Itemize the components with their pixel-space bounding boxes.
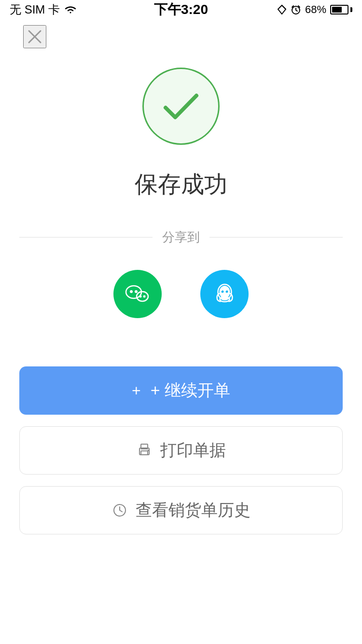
print-label: 打印单据 <box>160 439 226 462</box>
svg-rect-16 <box>221 297 228 299</box>
share-section: 分享到 <box>0 229 362 347</box>
continue-button[interactable]: + + 继续开单 <box>19 366 343 415</box>
svg-point-14 <box>225 290 226 291</box>
battery-icon <box>330 5 352 14</box>
carrier-text: 无 SIM 卡 <box>10 2 60 17</box>
action-buttons: + + 继续开单 打印单据 查看销货单历史 <box>0 366 362 534</box>
qq-share-button[interactable] <box>200 270 249 318</box>
print-button[interactable]: 打印单据 <box>19 426 343 475</box>
svg-rect-19 <box>141 451 148 455</box>
svg-point-5 <box>135 290 138 293</box>
share-divider: 分享到 <box>19 229 343 246</box>
wechat-share-button[interactable] <box>113 270 162 318</box>
continue-label: + 继续开单 <box>149 379 230 402</box>
wifi-icon <box>64 5 77 14</box>
checkmark-svg <box>162 91 200 122</box>
continue-icon: + <box>132 382 141 400</box>
svg-point-8 <box>143 295 146 298</box>
status-right: 68% <box>277 3 352 16</box>
svg-point-13 <box>221 290 222 291</box>
divider-left <box>19 237 153 238</box>
qq-icon <box>211 281 238 308</box>
svg-point-20 <box>148 450 149 451</box>
alarm-icon <box>291 4 301 15</box>
close-button[interactable] <box>23 25 46 48</box>
print-icon <box>136 442 153 459</box>
status-time: 下午3:20 <box>154 0 208 19</box>
history-icon <box>111 502 128 518</box>
main-content: 保存成功 分享到 <box>0 19 362 534</box>
battery-percentage: 68% <box>305 3 326 16</box>
success-title: 保存成功 <box>135 169 227 200</box>
location-icon <box>277 4 287 15</box>
share-icons <box>19 270 343 318</box>
status-bar: 无 SIM 卡 下午3:20 68% <box>0 0 362 19</box>
status-carrier: 无 SIM 卡 <box>10 2 77 17</box>
divider-right <box>209 237 343 238</box>
share-label: 分享到 <box>162 229 200 246</box>
success-icon <box>142 68 220 145</box>
history-button[interactable]: 查看销货单历史 <box>19 486 343 534</box>
wechat-icon <box>123 280 152 308</box>
svg-point-4 <box>130 290 133 293</box>
svg-point-7 <box>139 295 142 298</box>
history-label: 查看销货单历史 <box>136 499 251 521</box>
